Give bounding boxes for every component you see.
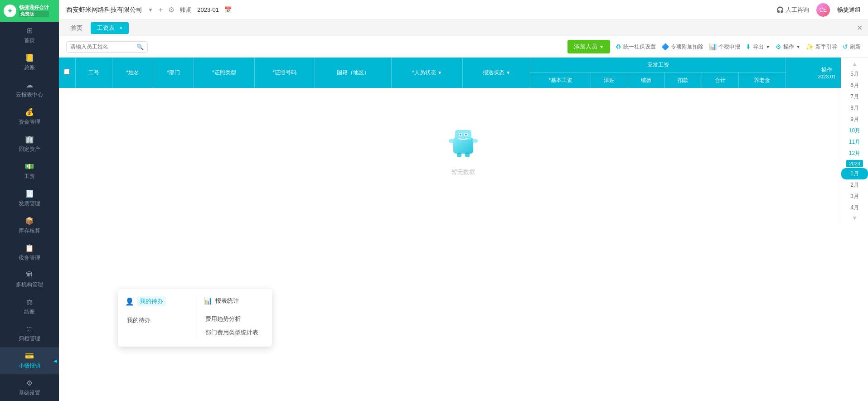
sidebar-item-xiao-chang[interactable]: 💳 小畅报销 ◀ — [0, 347, 59, 374]
popup-dept-cost[interactable]: 部门费用类型统计表 — [204, 326, 265, 339]
sidebar-item-multi-org[interactable]: 🏛 多机构管理 — [0, 266, 59, 293]
content-area: 🔍 添加人员 ▼ ♻ 统一社保设置 🔷 专项附加扣除 📊 个税申报 — [59, 36, 868, 401]
logo-badge: 免费版 — [19, 11, 49, 17]
refresh-action[interactable]: ↺ 刷新 — [843, 43, 861, 51]
operation-icon: ⚙ — [776, 43, 781, 50]
sidebar-item-basic-settings[interactable]: ⚙ 基础设置 — [0, 374, 59, 401]
svg-rect-1 — [455, 130, 471, 140]
month-9[interactable]: 9月 — [841, 114, 868, 125]
empty-text: 暂无数据 — [451, 168, 475, 176]
th-total: 合计 — [702, 73, 739, 88]
month-12[interactable]: 12月 — [841, 148, 868, 159]
global-close-btn[interactable]: ✕ — [857, 24, 863, 32]
table-container: 工号 *姓名 *部门 *证照类型 *证照号码 国籍（地区） *人员状态 ▼ — [59, 58, 868, 401]
th-nationality: 国籍（地区） — [315, 58, 392, 88]
sidebar-item-archive[interactable]: 🗂 归档管理 — [0, 320, 59, 347]
popup-right-col: 📊 报表统计 费用趋势分析 部门费用类型统计表 — [196, 296, 265, 339]
th-dept: *部门 — [153, 58, 194, 88]
search-input[interactable] — [70, 43, 134, 50]
fund-icon: 💰 — [25, 108, 34, 116]
topbar: 西安虾米网络科技有限公司 ▼ + ⚙ 账期 2023-01 📅 🎧 人工咨询 C… — [59, 0, 868, 20]
sidebar-item-fund[interactable]: 💰 资金管理 — [0, 103, 59, 130]
empty-illustration — [445, 125, 481, 161]
calendar-icon[interactable]: 📅 — [224, 6, 232, 13]
month-11[interactable]: 11月 — [841, 136, 868, 148]
sidebar-item-fixed-assets[interactable]: 🏢 固定资产 — [0, 130, 59, 158]
operation-action[interactable]: ⚙ 操作 ▼ — [776, 43, 800, 51]
tabbar: 首页 工资表 × ✕ — [59, 20, 868, 36]
xiao-chang-popup: 👤 我的待办 我的待办 📊 报表统计 费用趋势分析 部门费用类型统计表 — [118, 289, 272, 347]
sidebar-label-archive: 归档管理 — [19, 335, 40, 343]
popup-my-todo[interactable]: 我的待办 — [125, 314, 187, 327]
fixed-assets-icon: 🏢 — [25, 135, 34, 144]
th-subsidy: 津贴 — [591, 73, 628, 88]
company-dropdown-arrow[interactable]: ▼ — [148, 7, 153, 13]
sidebar: ✦ 畅捷通好会计 免费版 ⊞ 首页 📒 总账 ☁ 云报表中心 💰 资金管理 🏢 … — [0, 0, 59, 401]
filter-icon-person[interactable]: ▼ — [437, 70, 442, 75]
special-deduct-action[interactable]: 🔷 专项附加扣除 — [661, 43, 703, 51]
svg-rect-9 — [472, 139, 478, 143]
tab-salary[interactable]: 工资表 × — [91, 22, 129, 34]
month-6[interactable]: 6月 — [841, 80, 868, 91]
new-guide-icon: ✨ — [806, 43, 814, 50]
month-3[interactable]: 3月 — [841, 191, 868, 202]
select-all-checkbox[interactable] — [64, 69, 70, 75]
sidebar-label-home: 首页 — [24, 37, 35, 44]
multi-org-icon: 🏛 — [26, 271, 33, 279]
export-action[interactable]: ⬇ 导出 ▼ — [746, 43, 770, 51]
month-10[interactable]: 10月 — [841, 125, 868, 136]
ledger-icon: 📒 — [25, 53, 34, 62]
report-stats-label: 报表统计 — [215, 297, 239, 305]
add-company-btn[interactable]: + — [159, 6, 163, 14]
sidebar-item-settle[interactable]: ⚖ 结账 — [0, 293, 59, 320]
new-guide-label: 新手引导 — [815, 43, 837, 51]
sidebar-item-cloud-report[interactable]: ☁ 云报表中心 — [0, 76, 59, 103]
social-insurance-icon: ♻ — [616, 43, 621, 50]
tax-report-action[interactable]: 📊 个税申报 — [709, 43, 740, 51]
th-checkbox[interactable] — [59, 58, 75, 88]
sidebar-label-fund: 资金管理 — [19, 118, 40, 126]
sidebar-item-inventory[interactable]: 📦 库存核算 — [0, 212, 59, 239]
social-insurance-label: 统一社保设置 — [623, 43, 656, 51]
toolbar-right: 添加人员 ▼ ♻ 统一社保设置 🔷 专项附加扣除 📊 个税申报 ⬇ 导出 — [567, 40, 861, 53]
sidebar-item-tax[interactable]: 📋 税务管理 — [0, 239, 59, 266]
month-1[interactable]: 1月 — [841, 168, 868, 179]
sidebar-label-invoice: 发票管理 — [19, 200, 40, 208]
invoice-icon: 🧾 — [25, 189, 34, 198]
th-emp-no: 工号 — [75, 58, 112, 88]
my-todo-icon: 👤 — [125, 297, 134, 306]
add-people-button[interactable]: 添加人员 ▼ — [567, 40, 610, 53]
tab-close-btn[interactable]: × — [119, 24, 123, 31]
month-4[interactable]: 4月 — [841, 202, 868, 213]
add-people-arrow: ▼ — [599, 44, 604, 49]
th-deduct: 扣款 — [665, 73, 702, 88]
search-box[interactable]: 🔍 — [66, 41, 148, 53]
sidebar-item-home[interactable]: ⊞ 首页 — [0, 22, 59, 49]
th-bonus: 绩效 — [628, 73, 665, 88]
main-area: 西安虾米网络科技有限公司 ▼ + ⚙ 账期 2023-01 📅 🎧 人工咨询 C… — [59, 0, 868, 401]
filter-icon-report[interactable]: ▼ — [506, 70, 510, 75]
service-btn[interactable]: 🎧 人工咨询 — [776, 6, 809, 14]
app-logo: ✦ 畅捷通好会计 免费版 — [0, 0, 59, 22]
month-5[interactable]: 5月 — [841, 68, 868, 80]
sidebar-arrow: ◀ — [53, 358, 57, 363]
tab-home[interactable]: 首页 — [64, 22, 89, 34]
new-guide-action[interactable]: ✨ 新手引导 — [806, 43, 837, 51]
tab-salary-label: 工资表 — [97, 24, 115, 31]
settings-icon[interactable]: ⚙ — [168, 5, 175, 14]
social-insurance-action[interactable]: ♻ 统一社保设置 — [616, 43, 656, 51]
tax-report-label: 个税申报 — [718, 43, 740, 51]
service-icon: 🎧 — [776, 6, 784, 13]
month-7[interactable]: 7月 — [841, 91, 868, 102]
month-2[interactable]: 2月 — [841, 179, 868, 191]
export-arrow: ▼ — [766, 44, 770, 49]
month-8[interactable]: 8月 — [841, 102, 868, 114]
month-nav-up[interactable]: ▲ — [852, 59, 858, 68]
popup-cost-trend[interactable]: 费用趋势分析 — [204, 312, 265, 326]
month-nav-down[interactable]: ▼ — [852, 213, 858, 222]
sidebar-item-invoice[interactable]: 🧾 发票管理 — [0, 185, 59, 212]
sidebar-item-salary[interactable]: 💵 工资 — [0, 158, 59, 185]
th-id-type: *证照类型 — [194, 58, 255, 88]
sidebar-item-ledger[interactable]: 📒 总账 — [0, 49, 59, 76]
tax-report-icon: 📊 — [709, 43, 717, 50]
